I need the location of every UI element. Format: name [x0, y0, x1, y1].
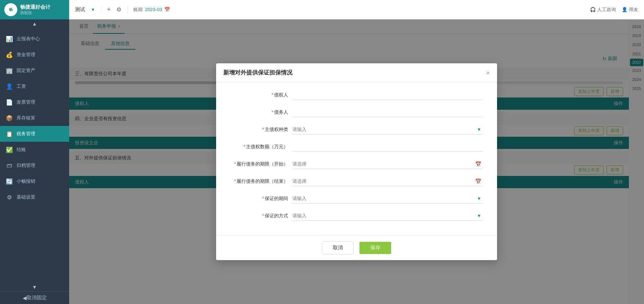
- sidebar-item-xiaochang[interactable]: 🔄 小畅报销: [0, 173, 69, 189]
- modal-title: 新增对外提供保证担保情况: [223, 69, 292, 77]
- guarantee-method-input[interactable]: [292, 211, 483, 221]
- sidebar-item-payroll-label: 工资: [17, 83, 26, 90]
- form-row-debtor: *债务人: [231, 107, 483, 117]
- sidebar-item-fund-mgmt-label: 资金管理: [17, 51, 35, 58]
- sidebar-collapse-btn[interactable]: ◀ 取消固定: [0, 291, 69, 304]
- sidebar-item-archive[interactable]: 🗃 归档管理: [0, 158, 69, 173]
- sidebar: 畅 畅捷通好会计 旗舰版 ▲ 📊 云报表中心 💰 资金管理 🏢 固定资产 👤: [0, 0, 69, 304]
- form-row-start-date: *履行债务的期限（开始） 📅: [231, 159, 483, 169]
- debt-type-wrap: ▼: [292, 124, 483, 135]
- guarantee-method-label: *保证的方式: [231, 213, 288, 219]
- sidebar-scroll-down[interactable]: ▼: [0, 283, 69, 291]
- debt-type-input[interactable]: [292, 124, 483, 135]
- modal-close-btn[interactable]: ×: [486, 70, 490, 76]
- topbar-divider2: [127, 6, 128, 13]
- add-button[interactable]: +: [107, 6, 111, 13]
- start-date-label: *履行债务的期限（开始）: [231, 161, 288, 167]
- cloud-report-icon: 📊: [6, 35, 13, 42]
- topbar-divider1: [101, 6, 101, 13]
- form-row-debt-type: *主债权种类 ▼: [231, 124, 483, 135]
- sidebar-item-fixed-assets-label: 固定资产: [17, 67, 35, 74]
- collapse-icon: ◀: [23, 295, 27, 301]
- form-row-end-date: *履行债务的期限（结束） 📅: [231, 176, 483, 186]
- sidebar-item-invoice-mgmt-label: 发票管理: [17, 99, 35, 105]
- form-row-guarantee-method: *保证的方式 ▼: [231, 211, 483, 221]
- modal-header: 新增对外提供保证担保情况 ×: [216, 63, 497, 83]
- app-info: 畅捷通好会计 旗舰版: [20, 4, 50, 15]
- creditor-input[interactable]: [292, 90, 483, 100]
- collapse-label: 取消固定: [27, 295, 47, 301]
- main-area: 测试 ▼ + ⚙ 账期 2023-03 📅 🎧 人工咨询 👤 用友: [69, 0, 644, 304]
- sidebar-item-tax-mgmt-label: 税务管理: [17, 131, 35, 137]
- company-name: 测试: [75, 6, 85, 13]
- debt-amount-label: *主债权数额（万元）: [231, 144, 288, 150]
- sidebar-item-inventory[interactable]: 📦 库存核算: [0, 110, 69, 126]
- sidebar-scroll-up[interactable]: ▲: [0, 19, 69, 28]
- end-date-input[interactable]: [292, 176, 483, 186]
- end-date-calendar-icon[interactable]: 📅: [475, 178, 481, 184]
- form-row-guarantee-period: *保证的期间 ▼: [231, 194, 483, 204]
- sidebar-item-archive-label: 归档管理: [17, 162, 35, 169]
- modal-dialog: 新增对外提供保证担保情况 × *债权人: [216, 63, 497, 260]
- debtor-input[interactable]: [292, 107, 483, 117]
- headset-icon: 🎧: [590, 7, 596, 12]
- sidebar-item-settlement-label: 结账: [17, 146, 26, 153]
- topbar-right: 🎧 人工咨询 👤 用友: [590, 6, 638, 13]
- save-button[interactable]: 保存: [359, 242, 391, 254]
- modal-footer: 取消 保存: [216, 235, 497, 260]
- period-calendar-icon[interactable]: 📅: [164, 7, 170, 12]
- company-dropdown[interactable]: ▼: [91, 7, 95, 12]
- fixed-assets-icon: 🏢: [6, 67, 13, 74]
- archive-icon: 🗃: [6, 162, 13, 169]
- app-title: 畅捷通好会计: [20, 4, 50, 10]
- sidebar-item-xiaochang-label: 小畅报销: [17, 178, 35, 185]
- base-settings-icon: ⚙: [6, 194, 13, 201]
- invoice-mgmt-icon: 📄: [6, 99, 13, 106]
- creditor-input-wrap: [292, 90, 483, 100]
- sidebar-item-cloud-report-label: 云报表中心: [17, 36, 40, 42]
- user-btn[interactable]: 👤 用友: [622, 6, 638, 13]
- service-btn[interactable]: 🎧 人工咨询: [590, 6, 616, 13]
- start-date-calendar-icon[interactable]: 📅: [475, 161, 481, 167]
- start-date-wrap: 📅: [292, 159, 483, 169]
- sidebar-item-settlement[interactable]: ✅ 结账: [0, 142, 69, 158]
- form-row-creditor: *债权人: [231, 90, 483, 100]
- sidebar-item-base-settings[interactable]: ⚙ 基础设置: [0, 189, 69, 205]
- fund-mgmt-icon: 💰: [6, 51, 13, 58]
- tax-mgmt-icon: 📋: [6, 130, 13, 137]
- content-area: 首页 税务申报 × 基础信息 其他信息: [69, 19, 644, 304]
- topbar: 测试 ▼ + ⚙ 账期 2023-03 📅 🎧 人工咨询 👤 用友: [69, 0, 644, 19]
- end-date-wrap: 📅: [292, 176, 483, 186]
- period-display: 账期 2023-03 📅: [133, 6, 170, 13]
- modal-body: *债权人 *债务人: [216, 83, 497, 235]
- sidebar-item-inventory-label: 库存核算: [17, 115, 35, 121]
- sidebar-item-fund-mgmt[interactable]: 💰 资金管理: [0, 47, 69, 63]
- payroll-icon: 👤: [6, 83, 13, 90]
- debt-amount-input[interactable]: [292, 142, 483, 152]
- sidebar-item-tax-mgmt[interactable]: 📋 税务管理: [0, 126, 69, 142]
- sidebar-item-cloud-report[interactable]: 📊 云报表中心: [0, 31, 69, 47]
- xiaochang-icon: 🔄: [6, 178, 13, 185]
- guarantee-period-wrap: ▼: [292, 194, 483, 204]
- inventory-icon: 📦: [6, 114, 13, 122]
- guarantee-period-label: *保证的期间: [231, 195, 288, 202]
- end-date-label: *履行债务的期限（结束）: [231, 178, 288, 185]
- sidebar-item-fixed-assets[interactable]: 🏢 固定资产: [0, 63, 69, 78]
- settings-button[interactable]: ⚙: [116, 6, 121, 13]
- debt-type-label: *主债权种类: [231, 126, 288, 133]
- sidebar-item-invoice-mgmt[interactable]: 📄 发票管理: [0, 94, 69, 110]
- form-row-debt-amount: *主债权数额（万元）: [231, 142, 483, 152]
- guarantee-period-input[interactable]: [292, 194, 483, 204]
- app-edition: 旗舰版: [20, 10, 50, 15]
- creditor-label: *债权人: [231, 92, 288, 98]
- guarantee-method-wrap: ▼: [292, 211, 483, 221]
- sidebar-item-payroll[interactable]: 👤 工资: [0, 78, 69, 94]
- user-label: 用友: [629, 6, 638, 13]
- cancel-button[interactable]: 取消: [322, 241, 354, 254]
- user-icon: 👤: [622, 7, 627, 12]
- debt-amount-wrap: [292, 142, 483, 152]
- sidebar-item-base-settings-label: 基础设置: [17, 194, 35, 200]
- debtor-input-wrap: [292, 107, 483, 117]
- start-date-input[interactable]: [292, 159, 483, 169]
- period-value: 2023-03: [145, 7, 162, 12]
